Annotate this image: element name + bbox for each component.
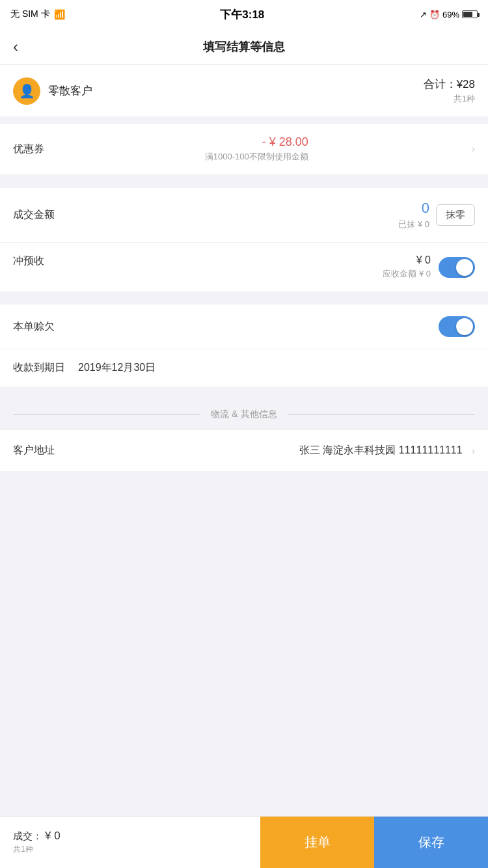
toggle-knob — [456, 259, 473, 276]
prepaid-values: ¥ 0 应收金额 ¥ 0 — [383, 254, 431, 280]
coupon-label: 优惠券 — [13, 142, 44, 156]
amount-value[interactable]: 0 — [398, 200, 429, 217]
divider-2 — [0, 298, 488, 305]
address-chevron: › — [472, 445, 475, 457]
total-count: 共1种 — [424, 93, 475, 105]
address-label: 客户地址 — [13, 444, 55, 457]
coupon-chevron: › — [472, 143, 475, 155]
due-date-label: 收款到期日 — [13, 361, 65, 375]
status-left: 无 SIM 卡 📶 — [10, 8, 65, 20]
address-row[interactable]: 客户地址 张三 海淀永丰科技园 11111111111 › — [0, 429, 488, 471]
wifi-icon: 📶 — [54, 9, 65, 20]
due-date-row: 收款到期日 2019年12月30日 — [0, 349, 488, 387]
total-amount: 合计：¥28 — [424, 77, 475, 92]
bottom-summary: 成交： ¥ 0 共1种 — [0, 830, 260, 855]
address-right: 张三 海淀永丰科技园 11111111111 › — [299, 444, 475, 457]
customer-total: 合计：¥28 共1种 — [424, 77, 475, 105]
bottom-deal-row: 成交： ¥ 0 — [13, 830, 247, 843]
alarm-icon: ⏰ — [429, 10, 440, 20]
prepaid-row: 冲预收 ¥ 0 应收金额 ¥ 0 — [0, 242, 488, 292]
customer-row: 👤 零散客户 合计：¥28 共1种 — [0, 65, 488, 116]
address-value: 张三 海淀永丰科技园 11111111111 — [299, 444, 463, 457]
nav-bar: ‹ 填写结算等信息 — [0, 29, 488, 65]
logistics-label: 物流 & 其他信息 — [211, 409, 277, 420]
prepaid-right: ¥ 0 应收金额 ¥ 0 — [383, 254, 475, 280]
location-icon: ↗ — [420, 10, 427, 20]
customer-avatar: 👤 — [13, 77, 40, 105]
page-title: 填写结算等信息 — [203, 39, 285, 55]
divider-1 — [0, 181, 488, 187]
customer-info: 👤 零散客户 — [13, 77, 92, 105]
pending-button[interactable]: 挂单 — [260, 817, 374, 869]
credit-row: 本单赊欠 — [0, 305, 488, 349]
avatar-icon: 👤 — [19, 83, 35, 99]
content: 👤 零散客户 合计：¥28 共1种 优惠券 - ¥ 28.00 满1000-10… — [0, 65, 488, 536]
amount-subtext: 已抹 ¥ 0 — [398, 219, 429, 230]
amount-value-wrap: 0 已抹 ¥ 0 — [398, 200, 429, 230]
header-line-right — [288, 414, 475, 415]
credit-label: 本单赊欠 — [13, 320, 55, 334]
status-time: 下午3:18 — [220, 7, 264, 22]
battery-icon — [462, 10, 478, 18]
amount-label: 成交金额 — [13, 208, 55, 222]
bottom-deal-amount: ¥ 0 — [45, 830, 61, 843]
credit-toggle-knob — [456, 318, 473, 335]
address-section[interactable]: 客户地址 张三 海淀永丰科技园 11111111111 › — [0, 429, 488, 471]
amount-right: 0 已抹 ¥ 0 抹零 — [398, 200, 475, 230]
prepaid-subtext: 应收金额 ¥ 0 — [383, 268, 431, 280]
customer-name: 零散客户 — [48, 83, 92, 98]
battery-label: 69% — [442, 10, 459, 20]
prepaid-amount: ¥ 0 — [383, 254, 431, 266]
status-right: ↗ ⏰ 69% — [420, 10, 478, 20]
prepaid-label: 冲预收 — [13, 254, 44, 268]
due-date-value: 2019年12月30日 — [78, 361, 156, 375]
prepaid-toggle[interactable] — [439, 257, 475, 278]
credit-section: 本单赊欠 收款到期日 2019年12月30日 — [0, 305, 488, 387]
round-button[interactable]: 抹零 — [436, 204, 475, 226]
bottom-bar: 成交： ¥ 0 共1种 挂单 保存 — [0, 816, 488, 868]
bottom-deal-label: 成交： — [13, 830, 42, 843]
status-bar: 无 SIM 卡 📶 下午3:18 ↗ ⏰ 69% — [0, 0, 488, 29]
amount-row: 成交金额 0 已抹 ¥ 0 抹零 — [0, 187, 488, 242]
amount-section: 成交金额 0 已抹 ¥ 0 抹零 冲预收 ¥ 0 应收金额 ¥ 0 — [0, 187, 488, 292]
customer-section: 👤 零散客户 合计：¥28 共1种 — [0, 65, 488, 116]
coupon-row[interactable]: 优惠券 - ¥ 28.00 满1000-100不限制使用金额 › — [0, 123, 488, 174]
divider-3 — [0, 393, 488, 400]
header-line-left — [13, 414, 200, 415]
bottom-count: 共1种 — [13, 844, 247, 855]
back-button[interactable]: ‹ — [13, 38, 39, 56]
coupon-discount: - ¥ 28.00 — [205, 135, 308, 149]
coupon-desc: 满1000-100不限制使用金额 — [205, 151, 308, 163]
save-button[interactable]: 保存 — [374, 817, 488, 869]
credit-toggle[interactable] — [439, 316, 475, 337]
logistics-header: 物流 & 其他信息 — [0, 400, 488, 429]
coupon-right: - ¥ 28.00 满1000-100不限制使用金额 — [205, 135, 308, 163]
coupon-section[interactable]: 优惠券 - ¥ 28.00 满1000-100不限制使用金额 › — [0, 123, 488, 174]
sim-label: 无 SIM 卡 — [10, 8, 50, 20]
